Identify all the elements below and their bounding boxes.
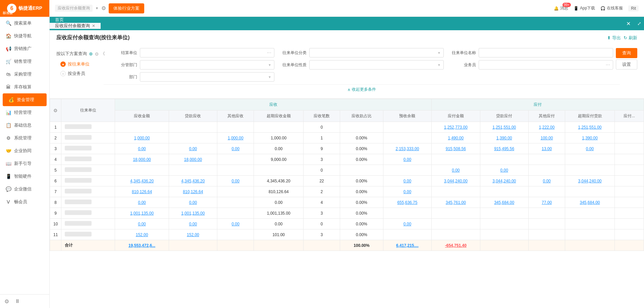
field-input-ywy[interactable]: ···: [479, 60, 613, 70]
header-gear-icon[interactable]: ⚙: [101, 5, 106, 11]
settings-button[interactable]: 设置: [616, 59, 637, 70]
cell-row8-col3[interactable]: 1,001,135.00: [169, 208, 217, 219]
cell-row1-col9[interactable]: 1,490.00: [432, 133, 480, 143]
sidebar-item-quick[interactable]: 🏠 快捷导航: [0, 30, 49, 42]
cell-row6-col3[interactable]: 810,126.64: [169, 186, 217, 197]
cell-row3-col2[interactable]: 18,000.00: [115, 154, 169, 165]
cell-row6-col8[interactable]: 0.00: [383, 186, 431, 197]
total-receivable-amt[interactable]: 19,553,472,6...: [115, 240, 169, 251]
cell-row7-col3[interactable]: 0.00: [169, 197, 217, 208]
sidebar-item-finance[interactable]: 💰 资金管理: [3, 93, 47, 106]
cell-row9-col2[interactable]: 0.00: [115, 219, 169, 229]
breadcrumb-dropdown-icon[interactable]: ▼: [95, 6, 99, 10]
cell-row4-col9[interactable]: 0.00: [432, 165, 480, 176]
export-btn[interactable]: ⬆ 导出: [607, 35, 621, 41]
query-type-1[interactable]: ○ 按业务员: [56, 69, 105, 78]
cell-row7-col2[interactable]: 0.00: [115, 197, 169, 208]
sidebar-item-search[interactable]: 🔍 搜索菜单: [0, 17, 49, 30]
field-input-wldwfl[interactable]: ▼: [309, 48, 444, 57]
cell-row5-col4[interactable]: 0.00: [217, 176, 254, 186]
cell-row9-col3[interactable]: 0.00: [169, 219, 217, 229]
sidebar-item-operations[interactable]: 📊 经营管理: [0, 106, 49, 119]
total-payable-amt[interactable]: -654,751.40: [432, 240, 480, 251]
field-input-wldwxz[interactable]: ▼: [309, 60, 444, 70]
notifications-btn[interactable]: 🔔 消息 99+: [554, 5, 568, 11]
cell-row5-col12[interactable]: 3,044,240.00: [565, 176, 614, 186]
field-input-wldwmc[interactable]: [479, 48, 613, 57]
cell-row5-col11[interactable]: 0.00: [528, 176, 565, 186]
settings-icon[interactable]: ⚙: [3, 297, 11, 305]
total-advance-balance[interactable]: 6,417,215....: [383, 240, 431, 251]
field-input-jsdw[interactable]: ···: [140, 48, 274, 57]
cell-row1-col12[interactable]: 1,390.00: [565, 133, 614, 143]
cell-row0-col12[interactable]: 1,251,551.00: [565, 122, 614, 133]
download-btn[interactable]: 📱 App下载: [574, 5, 595, 11]
cell-row9-col4[interactable]: 0.00: [217, 219, 254, 229]
query-type-0[interactable]: ● 按往来单位: [56, 59, 105, 69]
tab-close-balance[interactable]: ✕: [92, 24, 95, 28]
cell-row7-col12[interactable]: 345,684.00: [565, 197, 614, 208]
cell-row7-col8[interactable]: 655,636.75: [383, 197, 431, 208]
sidebar-item-member[interactable]: Ⅴ 畅会员: [0, 195, 49, 208]
sidebar-item-system[interactable]: ⚙ 系统管理: [0, 132, 49, 144]
cell-row2-col4[interactable]: 0.00: [217, 143, 254, 154]
cell-row10-col2[interactable]: 152.00: [115, 229, 169, 240]
cell-row7-col11[interactable]: 77.00: [528, 197, 565, 208]
field-input-fgbm[interactable]: ▼: [140, 60, 274, 70]
cell-row5-col2[interactable]: 4,345,436.20: [115, 176, 169, 186]
sidebar-item-marketing[interactable]: 📢 营销推广: [0, 42, 49, 55]
cell-row5-col8[interactable]: 0.00: [383, 176, 431, 186]
cell-row2-col9[interactable]: 915,508.56: [432, 143, 480, 154]
promo-button[interactable]: 体验行业方案: [109, 3, 144, 13]
tab-balance[interactable]: 应收应付余额查询✕: [50, 23, 101, 29]
query-button[interactable]: 查询: [616, 48, 637, 58]
cell-row2-col8[interactable]: 2,153,333.00: [383, 143, 431, 154]
refresh-btn[interactable]: ↻ 刷新: [624, 35, 637, 41]
service-btn[interactable]: 🎧 在线客服: [600, 5, 623, 11]
collapse-conditions-btn[interactable]: ∧ 收起更多条件: [104, 84, 620, 94]
tab-home[interactable]: 首页: [50, 17, 101, 23]
sidebar-item-guide[interactable]: 📖 新手引导: [0, 157, 49, 170]
cell-row4-col10[interactable]: 0.00: [480, 165, 528, 176]
table-settings-icon[interactable]: ⚙: [53, 108, 58, 113]
sidebar-item-inventory[interactable]: 🏛 库存核算: [0, 81, 49, 93]
cell-row1-col11[interactable]: 100.00: [528, 133, 565, 143]
cell-row1-col10[interactable]: 1,390.00: [480, 133, 528, 143]
cell-row0-col11[interactable]: 1,222.00: [528, 122, 565, 133]
cell-row7-col10[interactable]: 345,684.00: [480, 197, 528, 208]
tab-close-window-btn[interactable]: ✕: [622, 17, 635, 30]
cell-row5-col9[interactable]: 3,044,240.00: [432, 176, 480, 186]
tab-expand-btn[interactable]: ⤢: [635, 17, 644, 30]
cell-row0-col9[interactable]: 1,252,773.00: [432, 122, 480, 133]
filter-field-wldwxz: 往来单位性质 ▼: [280, 60, 444, 70]
user-profile[interactable]: Rit: [628, 5, 639, 11]
cell-row2-col12[interactable]: 0.00: [565, 143, 614, 154]
sidebar-item-collab[interactable]: 🤝 企业协同: [0, 144, 49, 157]
sidebar-item-basic[interactable]: 📋 基础信息: [0, 119, 49, 132]
cell-row9-col8[interactable]: 0.00: [383, 219, 431, 229]
sidebar-item-wechat[interactable]: 💬 企业微信: [0, 183, 49, 195]
field-input-bm[interactable]: ▼: [140, 72, 274, 82]
sidebar-item-sales[interactable]: 🛒 销售管理: [0, 55, 49, 68]
cell-row8-col2[interactable]: 1,001,135.00: [115, 208, 169, 219]
cell-row5-col10[interactable]: 3,044,240.00: [480, 176, 528, 186]
cell-row10-col3[interactable]: 152.00: [169, 229, 217, 240]
cell-row3-col8[interactable]: 0.00: [383, 154, 431, 165]
filter-add-btn[interactable]: ⊕: [89, 51, 93, 56]
sidebar-item-purchase[interactable]: 🛍 采购管理: [0, 68, 49, 81]
cell-row5-col3[interactable]: 4,345,436.20: [169, 176, 217, 186]
cell-row2-col10[interactable]: 915,495.56: [480, 143, 528, 154]
cell-row3-col3[interactable]: 18,000.00: [169, 154, 217, 165]
filter-collapse-btn[interactable]: 《: [101, 51, 105, 57]
cell-row1-col4[interactable]: 1,000.00: [217, 133, 254, 143]
cell-row6-col2[interactable]: 810,126.64: [115, 186, 169, 197]
cell-row2-col3[interactable]: 0.00: [169, 143, 217, 154]
cell-row1-col2[interactable]: 1,000.00: [115, 133, 169, 143]
sidebar-item-hardware[interactable]: 📱 智能硬件: [0, 170, 49, 183]
cell-row0-col10[interactable]: 1,251,551.00: [480, 122, 528, 133]
cell-row7-col9[interactable]: 345,761.00: [432, 197, 480, 208]
collapse-icon[interactable]: ⏸: [13, 297, 21, 305]
cell-row2-col2[interactable]: 0.00: [115, 143, 169, 154]
cell-row2-col11[interactable]: 13.00: [528, 143, 565, 154]
filter-settings-btn[interactable]: ⊙: [95, 51, 99, 56]
